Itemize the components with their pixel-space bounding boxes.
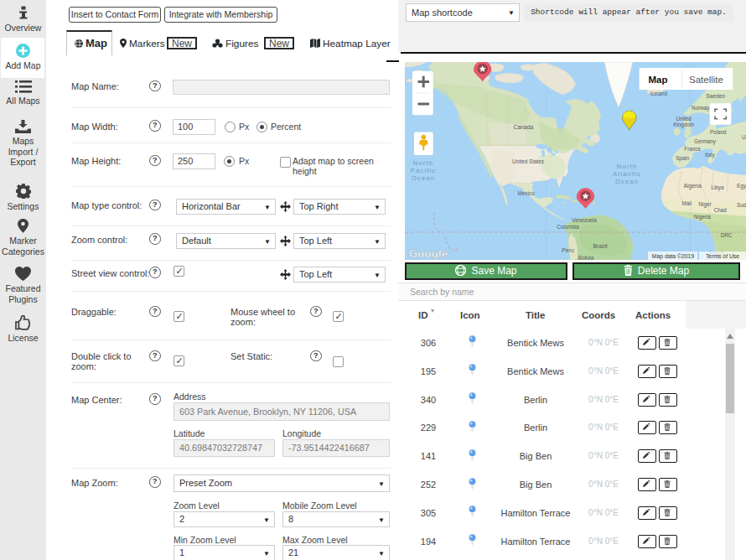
- svg-text:North: North: [617, 163, 637, 170]
- svg-text:Brazil: Brazil: [593, 243, 608, 249]
- svg-text:Ocean: Ocean: [615, 178, 639, 185]
- svg-text:North: North: [413, 159, 433, 167]
- svg-text:Chad: Chad: [714, 207, 728, 213]
- svg-text:Venezuela: Venezuela: [572, 217, 597, 223]
- svg-text:Pacific: Pacific: [411, 167, 437, 174]
- svg-text:DRC: DRC: [721, 232, 733, 238]
- svg-text:Spain: Spain: [676, 155, 690, 162]
- svg-text:Google: Google: [409, 247, 448, 260]
- svg-text:Libya: Libya: [711, 184, 724, 191]
- svg-text:France: France: [684, 146, 701, 152]
- svg-text:Satellite: Satellite: [689, 75, 723, 85]
- svg-text:Ocean: Ocean: [412, 174, 435, 182]
- svg-text:Terms of Use: Terms of Use: [706, 253, 739, 259]
- svg-text:Iceland: Iceland: [650, 91, 668, 96]
- svg-text:Mali: Mali: [682, 200, 692, 206]
- svg-text:Peru: Peru: [562, 247, 574, 253]
- svg-text:Nigeria: Nigeria: [694, 214, 711, 220]
- svg-text:Bolivia: Bolivia: [578, 255, 594, 260]
- svg-text:Egypt: Egypt: [737, 183, 746, 189]
- svg-text:Poland: Poland: [710, 129, 727, 135]
- svg-text:Sweden: Sweden: [706, 93, 725, 99]
- svg-text:United: United: [676, 116, 692, 122]
- svg-text:Kingdom: Kingdom: [673, 122, 694, 128]
- svg-text:Canada: Canada: [514, 124, 534, 130]
- svg-text:Map data ©2019: Map data ©2019: [652, 253, 695, 260]
- svg-text:Ukraine: Ukraine: [742, 134, 746, 140]
- svg-text:Niger: Niger: [698, 201, 711, 208]
- svg-text:Sudan: Sudan: [737, 202, 746, 208]
- svg-text:Atlantic: Atlantic: [613, 170, 641, 178]
- svg-text:Map: Map: [649, 75, 668, 85]
- svg-text:Mexico: Mexico: [518, 190, 535, 196]
- svg-text:United States: United States: [512, 158, 544, 164]
- svg-text:Norway: Norway: [692, 105, 710, 111]
- svg-text:Germany: Germany: [694, 138, 717, 145]
- svg-text:Italy: Italy: [705, 152, 715, 158]
- svg-text:Colombia: Colombia: [557, 224, 579, 230]
- svg-text:Algeria: Algeria: [684, 183, 702, 189]
